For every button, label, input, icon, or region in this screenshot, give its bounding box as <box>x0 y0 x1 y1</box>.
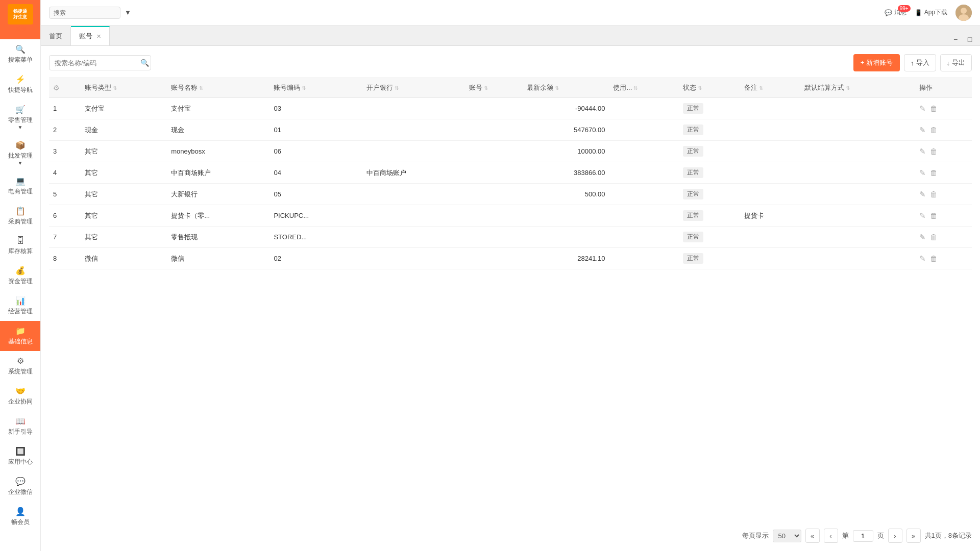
svg-point-1 <box>961 8 967 14</box>
cell-balance: 547670.00 <box>523 119 609 141</box>
wechat-icon: 💬 <box>15 477 26 486</box>
edit-icon[interactable]: ✎ <box>919 233 926 242</box>
cell-action: ✎ 🗑 <box>915 98 972 119</box>
account-search-input[interactable] <box>55 59 140 67</box>
edit-icon[interactable]: ✎ <box>919 126 926 135</box>
page-size-select[interactable]: 2050100 <box>773 530 801 542</box>
cell-name: 微信 <box>167 248 270 269</box>
edit-icon[interactable]: ✎ <box>919 254 926 263</box>
sidebar-item-basic[interactable]: 📁 基础信息 <box>0 321 40 351</box>
add-account-button[interactable]: + 新增账号 <box>853 54 900 71</box>
cell-status: 正常 <box>679 98 740 119</box>
header-search-input[interactable] <box>54 9 116 16</box>
accounts-table: ⚙ 账号类型⇅ 账号名称⇅ 账号编码⇅ 开户银行⇅ 账号⇅ 最新余额⇅ 使用..… <box>49 78 972 269</box>
sidebar-item-wechat[interactable]: 💬 企业微信 <box>0 471 40 502</box>
delete-icon[interactable]: 🗑 <box>930 233 938 242</box>
prev-page-button[interactable]: ‹ <box>824 529 838 543</box>
sidebar-label-system: 系统管理 <box>8 367 33 376</box>
sidebar-item-retail[interactable]: 🛒 零售管理 ▼ <box>0 99 40 135</box>
cell-action: ✎ 🗑 <box>915 184 972 205</box>
sidebar-item-appcenter[interactable]: 🔲 应用中心 <box>0 441 40 471</box>
import-button[interactable]: ↑ 导入 <box>904 54 936 71</box>
delete-icon[interactable]: 🗑 <box>930 254 938 263</box>
header-dropdown[interactable]: ▼ <box>125 9 131 16</box>
cell-usage <box>609 98 679 119</box>
import-label: 导入 <box>916 58 929 67</box>
sidebar-item-system[interactable]: ⚙ 系统管理 <box>0 351 40 381</box>
header-search-box[interactable] <box>49 7 120 19</box>
sidebar-item-inventory[interactable]: 🗄 库存核算 <box>0 231 40 261</box>
sidebar-item-finance[interactable]: 💰 资金管理 <box>0 261 40 291</box>
sidebar-label-operations: 经营管理 <box>8 307 33 316</box>
edit-icon[interactable]: ✎ <box>919 168 926 178</box>
col-account[interactable]: 账号⇅ <box>465 78 523 98</box>
last-page-button[interactable]: » <box>906 529 921 543</box>
cell-account <box>465 227 523 248</box>
col-type[interactable]: 账号类型⇅ <box>81 78 167 98</box>
sidebar-item-member[interactable]: 👤 畅会员 <box>0 502 40 532</box>
col-bank[interactable]: 开户银行⇅ <box>362 78 465 98</box>
delete-icon[interactable]: 🗑 <box>930 126 938 135</box>
cell-code: 06 <box>270 141 362 162</box>
tab-home[interactable]: 首页 <box>41 27 71 45</box>
col-remark[interactable]: 备注⇅ <box>740 78 800 98</box>
cell-num: 5 <box>49 184 81 205</box>
action-icons: ✎ 🗑 <box>919 168 968 178</box>
account-search-box[interactable]: 🔍 <box>49 55 151 70</box>
delete-icon[interactable]: 🗑 <box>930 211 938 220</box>
sidebar-label-basic: 基础信息 <box>8 337 33 346</box>
sidebar-label-ecommerce: 电商管理 <box>8 187 33 196</box>
sidebar-item-ecommerce[interactable]: 💻 电商管理 <box>0 171 40 201</box>
pagination: 每页显示 2050100 « ‹ 第 页 › » 共1页，8条记录 <box>49 522 972 543</box>
cell-num: 7 <box>49 227 81 248</box>
delete-icon[interactable]: 🗑 <box>930 104 938 113</box>
table-row: 4 其它 中百商场账户 04 中百商场账户 383866.00 正常 ✎ 🗑 <box>49 162 972 184</box>
col-code[interactable]: 账号编码⇅ <box>270 78 362 98</box>
minimize-tab-button[interactable]: − <box>949 33 962 45</box>
sidebar-item-operations[interactable]: 📊 经营管理 <box>0 291 40 321</box>
edit-icon[interactable]: ✎ <box>919 147 926 156</box>
edit-icon[interactable]: ✎ <box>919 211 926 220</box>
delete-icon[interactable]: 🗑 <box>930 190 938 199</box>
col-name[interactable]: 账号名称⇅ <box>167 78 270 98</box>
cell-account <box>465 162 523 184</box>
col-settlement[interactable]: 默认结算方式⇅ <box>800 78 915 98</box>
sidebar-item-search[interactable]: 🔍 搜索菜单 <box>0 39 40 69</box>
delete-icon[interactable]: 🗑 <box>930 147 938 156</box>
status-badge: 正常 <box>683 146 703 157</box>
cell-usage <box>609 141 679 162</box>
message-button[interactable]: 💬 消息 99+ <box>885 8 906 17</box>
tab-close-accounts[interactable]: ✕ <box>96 33 101 40</box>
cell-code: 02 <box>270 248 362 269</box>
edit-icon[interactable]: ✎ <box>919 104 926 113</box>
first-page-button[interactable]: « <box>805 529 820 543</box>
col-balance[interactable]: 最新余额⇅ <box>523 78 609 98</box>
col-status[interactable]: 状态⇅ <box>679 78 740 98</box>
user-avatar[interactable] <box>955 5 972 21</box>
sidebar-item-guide[interactable]: 📖 新手引导 <box>0 411 40 441</box>
sidebar-item-wholesale[interactable]: 📦 批发管理 ▼ <box>0 135 40 171</box>
tab-accounts[interactable]: 账号 ✕ <box>71 26 110 45</box>
sidebar-label-retail: 零售管理 <box>8 116 33 124</box>
sidebar-item-shortcut[interactable]: ⚡ 快捷导航 <box>0 69 40 99</box>
sort-icon-code: ⇅ <box>302 85 306 91</box>
cell-remark <box>740 119 800 141</box>
action-icons: ✎ 🗑 <box>919 233 968 242</box>
sidebar-item-purchase[interactable]: 📋 采购管理 <box>0 201 40 231</box>
maximize-tab-button[interactable]: □ <box>964 33 976 45</box>
app-download-button[interactable]: 📱 App下载 <box>915 8 947 17</box>
search-icon[interactable]: 🔍 <box>140 59 149 67</box>
cell-usage <box>609 184 679 205</box>
sidebar-item-agreement[interactable]: 🤝 企业协同 <box>0 381 40 411</box>
next-page-button[interactable]: › <box>888 529 902 543</box>
cell-usage <box>609 227 679 248</box>
delete-icon[interactable]: 🗑 <box>930 168 938 178</box>
cell-action: ✎ 🗑 <box>915 141 972 162</box>
action-icons: ✎ 🗑 <box>919 126 968 135</box>
edit-icon[interactable]: ✎ <box>919 190 926 199</box>
col-settings[interactable]: ⚙ <box>49 78 81 98</box>
col-usage[interactable]: 使用...⇅ <box>609 78 679 98</box>
settings-icon[interactable]: ⚙ <box>53 84 60 92</box>
export-button[interactable]: ↓ 导出 <box>940 54 972 71</box>
current-page-input[interactable] <box>853 530 873 542</box>
